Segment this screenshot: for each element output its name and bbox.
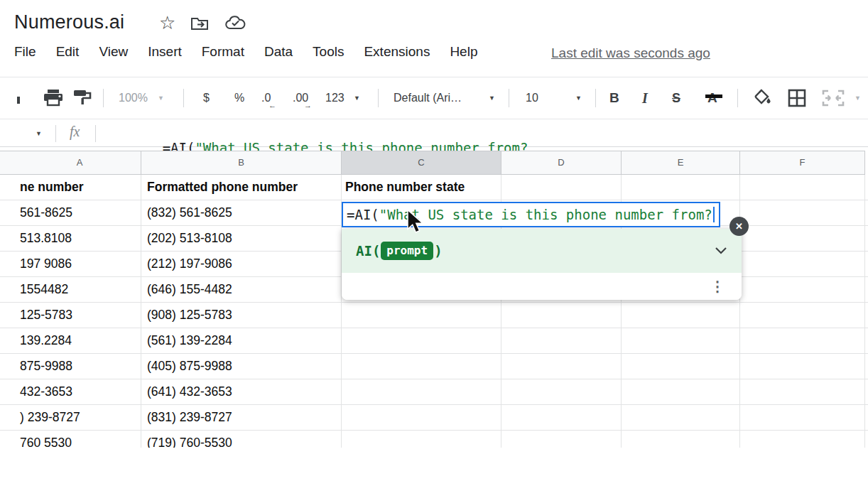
cell[interactable]: 760 5530: [18, 431, 141, 448]
font-size-caret-icon[interactable]: ▼: [575, 77, 582, 119]
zoom-caret-icon[interactable]: ▼: [158, 77, 164, 119]
more-options-icon[interactable]: ⋮: [710, 279, 725, 293]
strikethrough-button[interactable]: S: [672, 77, 680, 119]
cell[interactable]: [342, 328, 501, 354]
cell[interactable]: ne number: [18, 175, 141, 200]
menu-insert[interactable]: Insert: [148, 44, 182, 60]
cell[interactable]: (832) 561-8625: [141, 200, 342, 226]
borders-icon[interactable]: [787, 77, 807, 119]
menu-format[interactable]: Format: [202, 44, 244, 60]
menu-tools[interactable]: Tools: [313, 44, 344, 60]
cell[interactable]: 139.2284: [18, 328, 141, 354]
cell[interactable]: [622, 354, 740, 379]
column-header-B[interactable]: B: [141, 151, 342, 175]
menu-view[interactable]: View: [99, 44, 128, 60]
fill-color-icon[interactable]: [753, 77, 773, 119]
cell[interactable]: [740, 226, 865, 252]
cell[interactable]: 432-3653: [18, 379, 141, 405]
increase-decimal-button[interactable]: .00→: [293, 77, 308, 119]
font-family-caret-icon[interactable]: ▼: [489, 77, 495, 119]
cell[interactable]: [342, 379, 501, 405]
cell[interactable]: [622, 175, 740, 200]
document-title[interactable]: Numerous.ai: [14, 11, 124, 33]
cell[interactable]: 1554482: [18, 277, 141, 303]
cell[interactable]: [342, 303, 501, 328]
cell[interactable]: [740, 200, 865, 226]
cell[interactable]: Formatted phone number: [141, 175, 342, 200]
cell[interactable]: [622, 405, 740, 431]
zoom-select[interactable]: 100%: [119, 77, 148, 119]
last-edit-status[interactable]: Last edit was seconds ago: [551, 45, 710, 61]
cell[interactable]: 197 9086: [18, 252, 141, 277]
more-formats-button[interactable]: 123: [325, 77, 345, 119]
column-header-D[interactable]: D: [501, 151, 622, 175]
column-header-E[interactable]: E: [622, 151, 740, 175]
cell[interactable]: [501, 379, 622, 405]
font-size-select[interactable]: 10: [526, 77, 538, 119]
cell[interactable]: 513.8108: [18, 226, 141, 252]
cell[interactable]: [501, 431, 622, 448]
menu-edit[interactable]: Edit: [56, 44, 80, 60]
merge-caret-icon[interactable]: ▼: [855, 77, 861, 119]
menu-file[interactable]: File: [14, 44, 36, 60]
cell[interactable]: [740, 354, 865, 379]
italic-button[interactable]: I: [642, 77, 648, 119]
cell[interactable]: 561-8625: [18, 200, 141, 226]
cell[interactable]: [501, 354, 622, 379]
cell[interactable]: (212) 197-9086: [141, 252, 342, 277]
cell[interactable]: (719) 760-5530: [141, 431, 342, 448]
merge-cells-icon[interactable]: [821, 77, 845, 119]
redo-icon[interactable]: [17, 77, 28, 119]
cell[interactable]: [501, 328, 622, 354]
paint-format-icon[interactable]: [72, 77, 92, 119]
function-suggestion[interactable]: AI(prompt): [342, 229, 742, 273]
cell[interactable]: 125-5783: [18, 303, 141, 328]
cloud-saved-icon[interactable]: [224, 16, 247, 34]
column-header-F[interactable]: F: [740, 151, 865, 175]
menu-help[interactable]: Help: [450, 44, 477, 60]
cell[interactable]: [740, 277, 865, 303]
decrease-decimal-button[interactable]: .0←: [261, 77, 271, 119]
print-icon[interactable]: [43, 77, 64, 119]
menu-data[interactable]: Data: [264, 44, 293, 60]
cell[interactable]: [342, 431, 501, 448]
cell[interactable]: [740, 405, 865, 431]
cell[interactable]: [740, 328, 865, 354]
cell[interactable]: Phone number state: [342, 175, 501, 200]
cell[interactable]: 875-9988: [18, 354, 141, 379]
cell[interactable]: [501, 303, 622, 328]
cell[interactable]: [622, 431, 740, 448]
menu-extensions[interactable]: Extensions: [364, 44, 430, 60]
cell[interactable]: [740, 252, 865, 277]
cell[interactable]: [740, 175, 865, 200]
format-percent-button[interactable]: %: [234, 77, 244, 119]
cell[interactable]: [342, 354, 501, 379]
font-family-select[interactable]: Default (Ari…: [394, 77, 462, 119]
cell[interactable]: [501, 175, 622, 200]
close-icon[interactable]: ✕: [729, 217, 749, 236]
bold-button[interactable]: B: [609, 77, 619, 119]
cell[interactable]: [622, 303, 740, 328]
chevron-down-icon[interactable]: [715, 244, 727, 257]
column-header-A[interactable]: A: [18, 151, 141, 175]
cell[interactable]: (641) 432-3653: [141, 379, 342, 405]
cell[interactable]: (405) 875-9988: [141, 354, 342, 379]
name-box-caret-icon[interactable]: ▼: [36, 130, 42, 137]
cell[interactable]: (908) 125-5783: [141, 303, 342, 328]
format-currency-button[interactable]: $: [203, 77, 210, 119]
cell[interactable]: [740, 303, 865, 328]
cell[interactable]: ) 239-8727: [18, 405, 141, 431]
more-formats-caret-icon[interactable]: ▼: [354, 77, 360, 119]
cell[interactable]: [740, 379, 865, 405]
star-icon[interactable]: ☆: [159, 12, 175, 34]
cell[interactable]: [622, 328, 740, 354]
cell[interactable]: (646) 155-4482: [141, 277, 342, 303]
cell[interactable]: (831) 239-8727: [141, 405, 342, 431]
cell[interactable]: (561) 139-2284: [141, 328, 342, 354]
active-cell-editor[interactable]: =AI("What US state is this phone number …: [342, 202, 720, 227]
cell[interactable]: [342, 405, 501, 431]
column-header-C[interactable]: C: [342, 151, 501, 175]
cell[interactable]: [740, 431, 865, 448]
cell[interactable]: [501, 405, 622, 431]
cell[interactable]: [622, 379, 740, 405]
